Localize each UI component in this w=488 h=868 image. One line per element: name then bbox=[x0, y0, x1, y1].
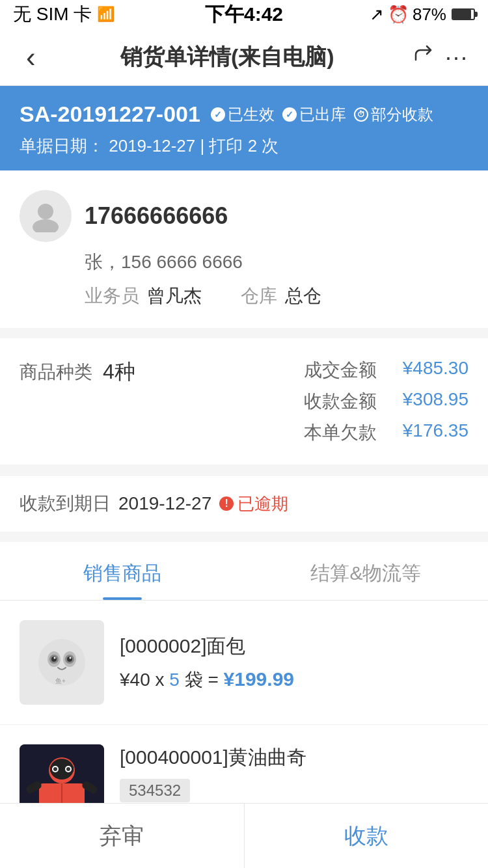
order-id: SA-20191227-001 bbox=[20, 102, 200, 127]
alarm-icon: ⏰ bbox=[388, 5, 409, 25]
active-icon: ✓ bbox=[211, 107, 225, 122]
deal-amount-row: 成交金额 ¥485.30 bbox=[304, 358, 468, 383]
bottom-bar: 弃审 收款 bbox=[0, 803, 488, 868]
warehouse-info: 仓库 总仓 bbox=[241, 284, 321, 308]
owed-row: 本单欠款 ¥176.35 bbox=[304, 420, 468, 445]
svg-point-1 bbox=[33, 219, 59, 232]
customer-detail: 张，156 6666 6666 bbox=[85, 250, 468, 275]
share-button[interactable] bbox=[413, 45, 432, 70]
cancel-button[interactable]: 弃审 bbox=[0, 804, 245, 868]
nav-bar: ‹ 销货单详情(来自电脑) ··· bbox=[0, 29, 488, 86]
banner-date: 单据日期： 2019-12-27 | 打印 2 次 bbox=[20, 135, 468, 157]
customer-id: 17666666666 bbox=[85, 202, 228, 230]
overdue-badge: ! 已逾期 bbox=[219, 493, 288, 515]
due-section: 收款到期日 2019-12-27 ! 已逾期 bbox=[0, 475, 488, 532]
table-row[interactable]: 鱼+ [0000002]面包 ¥40 x 5 袋 = ¥199.99 bbox=[0, 601, 488, 725]
header-banner: SA-20191227-001 ✓ 已生效 ✓ 已出库 ⏱ 部分收款 单据日期：… bbox=[0, 86, 488, 170]
battery-percent: 87% bbox=[413, 5, 446, 25]
product-types: 商品种类 4种 bbox=[20, 358, 135, 387]
badge-shipped: ✓ 已出库 bbox=[282, 104, 346, 125]
product-sku-2: 534532 bbox=[120, 779, 468, 802]
nav-actions: ··· bbox=[413, 44, 468, 71]
summary-grid: 商品种类 4种 成交金额 ¥485.30 收款金额 ¥308.95 本单欠款 ¥… bbox=[20, 358, 468, 445]
product-info-1: [0000002]面包 ¥40 x 5 袋 = ¥199.99 bbox=[120, 620, 468, 705]
amounts: 成交金额 ¥485.30 收款金额 ¥308.95 本单欠款 ¥176.35 bbox=[304, 358, 468, 445]
divider-1 bbox=[0, 328, 488, 338]
partial-icon: ⏱ bbox=[354, 107, 368, 122]
svg-text:鱼+: 鱼+ bbox=[55, 677, 66, 685]
salesperson-info: 业务员 曾凡杰 bbox=[85, 284, 202, 308]
banner-top: SA-20191227-001 ✓ 已生效 ✓ 已出库 ⏱ 部分收款 bbox=[20, 102, 468, 127]
tabs-row: 销售商品 结算&物流等 bbox=[0, 542, 488, 601]
product-name-2: [000400001]黄油曲奇 bbox=[120, 744, 468, 771]
badge-active: ✓ 已生效 bbox=[211, 104, 275, 125]
status-time: 下午4:42 bbox=[205, 1, 283, 28]
shipped-icon: ✓ bbox=[282, 107, 297, 122]
back-button[interactable]: ‹ bbox=[20, 34, 42, 80]
status-bar: 无 SIM 卡 📶 下午4:42 ↗ ⏰ 87% bbox=[0, 0, 488, 29]
owl-icon: 鱼+ bbox=[20, 620, 104, 705]
customer-info-row: 业务员 曾凡杰 仓库 总仓 bbox=[85, 284, 468, 308]
wifi-icon: 📶 bbox=[97, 6, 115, 23]
overdue-icon: ! bbox=[219, 496, 234, 511]
summary-section: 商品种类 4种 成交金额 ¥485.30 收款金额 ¥308.95 本单欠款 ¥… bbox=[0, 338, 488, 465]
status-right: ↗ ⏰ 87% bbox=[370, 5, 475, 25]
page-title: 销货单详情(来自电脑) bbox=[120, 42, 334, 72]
avatar bbox=[20, 190, 72, 242]
tabs-section: 销售商品 结算&物流等 bbox=[0, 542, 488, 601]
svg-point-10 bbox=[70, 657, 72, 659]
status-badges: ✓ 已生效 ✓ 已出库 ⏱ 部分收款 bbox=[211, 104, 433, 125]
svg-point-9 bbox=[54, 657, 56, 659]
location-icon: ↗ bbox=[370, 5, 384, 25]
svg-point-18 bbox=[53, 767, 57, 771]
more-button[interactable]: ··· bbox=[445, 44, 468, 71]
product-thumb-1: 鱼+ bbox=[20, 620, 104, 705]
tab-settlement[interactable]: 结算&物流等 bbox=[244, 542, 488, 600]
pay-button[interactable]: 收款 bbox=[245, 804, 489, 868]
customer-section: 17666666666 张，156 6666 6666 业务员 曾凡杰 仓库 总… bbox=[0, 170, 488, 328]
svg-point-19 bbox=[66, 767, 70, 771]
product-name-1: [0000002]面包 bbox=[120, 633, 468, 660]
status-carrier: 无 SIM 卡 📶 bbox=[13, 2, 115, 27]
product-price-1: ¥40 x 5 袋 = ¥199.99 bbox=[120, 668, 468, 692]
customer-row: 17666666666 bbox=[20, 190, 468, 242]
svg-point-0 bbox=[38, 204, 53, 219]
tab-sales-products[interactable]: 销售商品 bbox=[0, 542, 244, 600]
badge-partial: ⏱ 部分收款 bbox=[354, 104, 433, 125]
battery-icon bbox=[452, 8, 475, 20]
collected-row: 收款金额 ¥308.95 bbox=[304, 389, 468, 414]
